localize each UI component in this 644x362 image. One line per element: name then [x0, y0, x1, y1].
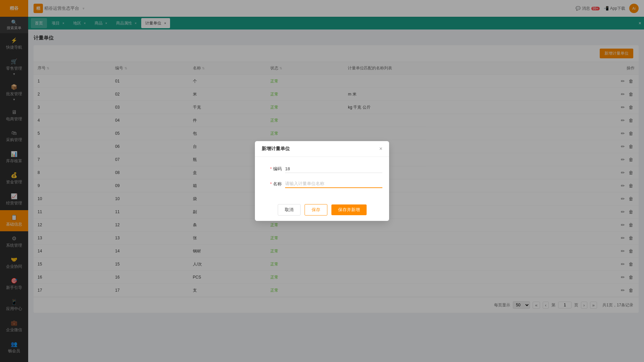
- modal-body: 编码 名称: [255, 157, 389, 200]
- modal-header: 新增计量单位 ×: [255, 141, 389, 157]
- name-input[interactable]: [285, 180, 382, 188]
- form-row-name: 名称: [262, 180, 382, 188]
- code-label: 编码: [262, 166, 282, 172]
- save-button[interactable]: 保存: [305, 204, 327, 216]
- cancel-button[interactable]: 取消: [278, 204, 301, 216]
- modal-footer: 取消 保存 保存并新增: [255, 200, 389, 221]
- modal-title: 新增计量单位: [262, 146, 290, 152]
- name-label: 名称: [262, 181, 282, 187]
- modal-close-button[interactable]: ×: [379, 146, 382, 152]
- save-and-add-button[interactable]: 保存并新增: [331, 204, 367, 215]
- form-row-code: 编码: [262, 165, 382, 173]
- modal-overlay: 新增计量单位 × 编码 名称 取消 保存 保存并新增: [0, 0, 644, 362]
- add-measure-unit-modal: 新增计量单位 × 编码 名称 取消 保存 保存并新增: [255, 141, 389, 221]
- code-input[interactable]: [285, 165, 382, 173]
